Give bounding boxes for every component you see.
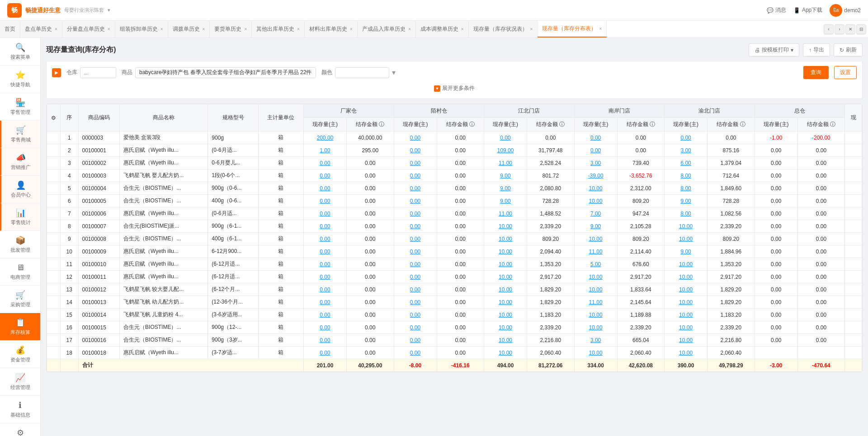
cell-seq: 10 bbox=[61, 245, 79, 258]
cell-nb-qty: 10.00 bbox=[574, 233, 617, 245]
refresh-btn[interactable]: ↻ 刷新 bbox=[834, 43, 863, 56]
tab-11[interactable]: 现存量（库存分布表）× bbox=[538, 21, 607, 38]
tab-7[interactable]: 材料出库单历史× bbox=[305, 21, 358, 38]
cell-yb-amt: 0.00 bbox=[708, 131, 755, 144]
cell-f-qty: 200.00 bbox=[303, 131, 346, 144]
tab-3[interactable]: 组装拆卸单历史× bbox=[115, 21, 168, 38]
dropdown-arrow[interactable]: ▾ bbox=[108, 7, 110, 13]
sidebar-item-4[interactable]: 📣 营销推广 bbox=[0, 148, 40, 176]
print-btn[interactable]: 🖨 按模板打印 ▾ bbox=[749, 43, 799, 56]
tab-6[interactable]: 其他出库单历史× bbox=[252, 21, 305, 38]
cell-spec: 400g（6-1... bbox=[208, 233, 259, 245]
export-btn[interactable]: ↑ 导出 bbox=[803, 43, 830, 56]
page-title: 现存量查询(库存分布) bbox=[46, 45, 116, 55]
sidebar-icon-7: 📦 bbox=[15, 235, 25, 245]
sidebar-item-3[interactable]: 🛒 零售商城 bbox=[0, 121, 40, 148]
cell-m-amt: 0.00 bbox=[437, 271, 484, 283]
product-input[interactable] bbox=[135, 67, 316, 78]
filter-toggle-btn[interactable]: ▶ bbox=[52, 68, 61, 77]
sidebar-icon-11: 💰 bbox=[15, 345, 25, 355]
cell-yb-qty: 9.00 bbox=[665, 195, 708, 207]
tab-close-10[interactable]: × bbox=[530, 27, 533, 32]
tab-4[interactable]: 调拨单历史× bbox=[168, 21, 210, 38]
cell-code: 00100001 bbox=[78, 144, 120, 157]
cell-nb-amt: 0.00 bbox=[617, 131, 665, 144]
sidebar-item-6[interactable]: 📊 零售统计 bbox=[0, 203, 40, 231]
tab-8[interactable]: 产成品入库单历史× bbox=[358, 21, 416, 38]
sidebar-item-7[interactable]: 📦 批发管理 bbox=[0, 231, 40, 258]
tab-close-4[interactable]: × bbox=[203, 27, 205, 32]
sidebar-item-0[interactable]: 🔍 搜索英单 bbox=[0, 38, 40, 66]
tab-0[interactable]: 首页 bbox=[0, 21, 20, 38]
tab-close-11[interactable]: × bbox=[599, 26, 602, 31]
tab-5[interactable]: 要货单历史× bbox=[210, 21, 252, 38]
sidebar-item-13[interactable]: ℹ 基础信息 bbox=[0, 396, 40, 423]
tab-1[interactable]: 盘点单历史× bbox=[20, 21, 62, 38]
cell-m-amt: 0.00 bbox=[437, 169, 484, 182]
industry-label: 母婴行业演示陈套 bbox=[64, 7, 104, 14]
tab-nav-expand[interactable]: ⊟ bbox=[856, 24, 866, 34]
cell-unit: 箱 bbox=[258, 347, 303, 359]
th-group-total: 总仓 bbox=[755, 104, 845, 118]
tab-close-7[interactable]: × bbox=[350, 27, 353, 32]
sidebar-item-9[interactable]: 🛒 采购管理 bbox=[0, 286, 40, 313]
app-download-btn[interactable]: 📱 App下载 bbox=[793, 6, 822, 14]
tab-close-8[interactable]: × bbox=[408, 27, 411, 32]
query-btn[interactable]: 查询 bbox=[803, 66, 829, 79]
tab-close-1[interactable]: × bbox=[55, 27, 57, 32]
sidebar-item-1[interactable]: ⭐ 快捷导航 bbox=[0, 66, 40, 93]
tab-close-6[interactable]: × bbox=[297, 27, 300, 32]
tab-close-9[interactable]: × bbox=[461, 27, 464, 32]
message-btn[interactable]: 💬 消息 bbox=[767, 6, 786, 14]
expand-conditions-btn[interactable]: ▼ 展开更多条件 bbox=[430, 83, 478, 94]
product-label: 商品 bbox=[122, 69, 132, 76]
warehouse-input[interactable] bbox=[80, 67, 116, 78]
cell-code: 00100009 bbox=[78, 245, 120, 258]
sidebar-item-14[interactable]: ⚙ 系统管理 bbox=[0, 423, 40, 436]
sidebar-item-2[interactable]: 🏪 零售管理 bbox=[0, 93, 40, 121]
tab-nav-next[interactable]: › bbox=[835, 24, 844, 34]
sidebar-item-11[interactable]: 💰 资金管理 bbox=[0, 341, 40, 368]
tab-2[interactable]: 分量盘点单历史× bbox=[62, 21, 115, 38]
cell-nb-amt: 809.20 bbox=[617, 233, 665, 245]
cell-curr bbox=[845, 233, 862, 245]
cell-curr bbox=[845, 182, 862, 195]
cell-f-amt: 0.00 bbox=[346, 258, 394, 271]
cell-f-amt: 40,000.00 bbox=[346, 131, 394, 144]
sidebar-item-8[interactable]: 🖥 电商管理 bbox=[0, 258, 40, 286]
sidebar-label-4: 营销推广 bbox=[11, 164, 31, 171]
settings-btn[interactable]: 设置 bbox=[834, 66, 857, 79]
cell-f-amt: 0.00 bbox=[346, 347, 394, 359]
tab-10[interactable]: 现存量（库存状况表）× bbox=[469, 21, 538, 38]
cell-name: 惠氏启赋（Wyeth illu... bbox=[120, 245, 208, 258]
cell-jb-qty: 0.00 bbox=[484, 131, 527, 144]
cell-nb-qty: 10.00 bbox=[574, 182, 617, 195]
tab-close-2[interactable]: × bbox=[108, 27, 110, 32]
cell-curr bbox=[845, 131, 862, 144]
top-right: 💬 消息 📱 App下载 Ea demo2 bbox=[767, 4, 861, 17]
cell-code: 0000003 bbox=[78, 131, 120, 144]
th-spec: 规格型号 bbox=[208, 104, 259, 131]
cell-curr bbox=[845, 195, 862, 207]
cell-f-qty: 0.00 bbox=[303, 220, 346, 233]
tab-close-3[interactable]: × bbox=[160, 27, 163, 32]
tab-nav-close[interactable]: ✕ bbox=[845, 24, 855, 34]
cell-seq: 14 bbox=[61, 296, 79, 309]
sidebar-item-5[interactable]: 👤 会员中心 bbox=[0, 176, 40, 203]
tab-nav-prev[interactable]: ‹ bbox=[824, 24, 834, 34]
cell-yb-amt: 2,216.80 bbox=[708, 334, 755, 347]
color-input[interactable] bbox=[335, 67, 389, 78]
user-area[interactable]: Ea demo2 bbox=[830, 4, 861, 17]
cell-nb-amt: -3,652.76 bbox=[617, 169, 665, 182]
sidebar-item-10[interactable]: 📋 库存核算 bbox=[0, 313, 40, 341]
th-nb-qty: 现存量(主) bbox=[574, 118, 617, 131]
cell-jb-qty: 10.00 bbox=[484, 220, 527, 233]
cell-m-qty: 0.00 bbox=[394, 220, 437, 233]
cell-m-amt: 0.00 bbox=[437, 334, 484, 347]
cell-spec: 1段(0-6个... bbox=[208, 169, 259, 182]
tab-close-5[interactable]: × bbox=[244, 27, 247, 32]
sidebar-item-12[interactable]: 📈 经营管理 bbox=[0, 368, 40, 396]
filter-color: 颜色 ▾ bbox=[321, 67, 396, 78]
tab-9[interactable]: 成本调整单历史× bbox=[416, 21, 469, 38]
color-dropdown[interactable]: ▾ bbox=[392, 68, 396, 77]
